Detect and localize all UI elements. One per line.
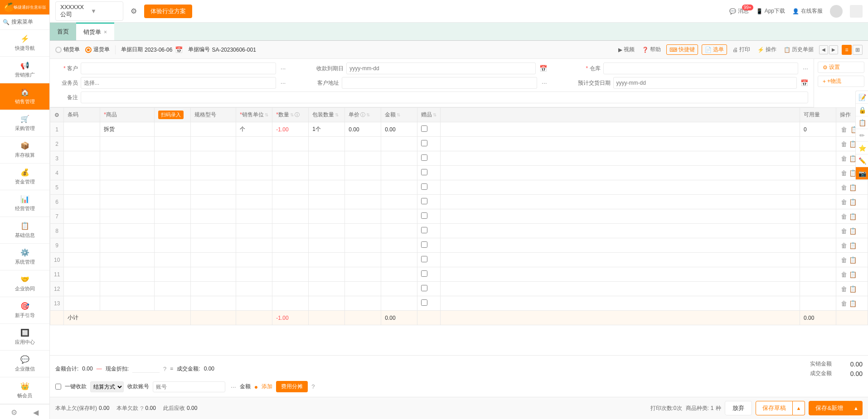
rt-icon-4[interactable]: ✏ [856, 129, 868, 142]
pack-sort-icon[interactable]: ⇅ [335, 112, 339, 117]
expense-split-button[interactable]: 费用分摊 [276, 381, 308, 392]
sidebar-item-enterprise[interactable]: 🤝 企业协同 [0, 270, 49, 297]
add-amount-icon[interactable]: ● [254, 383, 258, 390]
gift-checkbox-10[interactable] [421, 256, 427, 262]
sidebar-item-inventory[interactable]: 📦 库存核算 [0, 137, 49, 164]
settings-button[interactable]: ⚙ 设置 [818, 62, 864, 73]
avatar[interactable] [830, 5, 843, 18]
save-new-arrow-button[interactable]: ▲ [850, 401, 863, 415]
shortcut-btn[interactable]: ⌨ 快捷键 [666, 44, 698, 55]
message-button[interactable]: 💬 消息 99+ [729, 7, 749, 15]
remarks-input[interactable] [81, 92, 808, 103]
tab-home[interactable]: 首页 [50, 23, 76, 40]
video-btn[interactable]: ▶ 视频 [616, 45, 636, 54]
sidebar-item-purchase[interactable]: 🛒 采购管理 [0, 110, 49, 137]
rt-icon-7[interactable]: 📷 [856, 167, 868, 180]
print-btn[interactable]: 🖨 打印 [731, 45, 752, 54]
gift-checkbox-7[interactable] [421, 212, 427, 219]
discount-input[interactable] [132, 365, 160, 373]
customer-addr-dots[interactable]: ··· [542, 79, 547, 87]
delete-icon-8[interactable]: 🗑 [841, 227, 847, 235]
gift-checkbox-6[interactable] [421, 198, 427, 204]
cell-spec-1[interactable] [191, 122, 236, 137]
delete-icon-5[interactable]: 🗑 [841, 184, 847, 191]
copy-icon-12[interactable]: 📋 [849, 285, 857, 293]
price-sort-icon[interactable]: ⇅ [366, 112, 370, 117]
warehouse-input[interactable]: 建材仓 [603, 63, 799, 74]
copy-icon-10[interactable]: 📋 [849, 256, 857, 264]
gift-checkbox-4[interactable] [421, 169, 427, 175]
gift-checkbox-8[interactable] [421, 227, 427, 233]
cell-qty-1[interactable]: -1.00 [272, 122, 309, 137]
table-settings-icon[interactable]: ⚙ [54, 112, 59, 118]
user-menu-icon[interactable] [850, 5, 863, 18]
select-btn[interactable]: 📄 选单 [702, 44, 727, 55]
delete-icon-4[interactable]: 🗑 [841, 169, 847, 177]
save-draft-arrow-button[interactable]: ▲ [793, 401, 805, 415]
gift-checkbox-9[interactable] [421, 241, 427, 248]
rt-icon-3[interactable]: 📋 [856, 116, 868, 129]
customer-addr-input[interactable] [342, 77, 537, 89]
delete-icon-3[interactable]: 🗑 [841, 155, 847, 162]
sidebar-item-system[interactable]: ⚙️ 系统管理 [0, 244, 49, 270]
gift-checkbox-2[interactable] [421, 140, 427, 146]
sidebar-logo[interactable]: 🍊 畅捷通好生意 标版 [0, 0, 49, 14]
company-settings-button[interactable]: ⚙ [127, 5, 141, 18]
delete-icon-9[interactable]: 🗑 [841, 242, 847, 249]
copy-icon-13[interactable]: 📋 [849, 300, 857, 307]
online-service-button[interactable]: 👤 在线客服 [792, 7, 823, 15]
tab-close-icon[interactable]: × [104, 29, 107, 35]
due-date-input[interactable] [346, 63, 535, 74]
logistics-button[interactable]: + +物流 [818, 76, 864, 87]
cell-gift-1[interactable] [417, 122, 441, 137]
gift-sort-icon[interactable]: ⇅ [433, 112, 436, 117]
cell-product-1[interactable]: 拆货 [100, 122, 155, 137]
salesperson-input[interactable] [81, 77, 276, 89]
delete-icon-7[interactable]: 🗑 [841, 213, 847, 220]
gift-checkbox-5[interactable] [421, 183, 427, 190]
cell-pack-qty-1[interactable]: 1个 [309, 122, 345, 137]
copy-icon-9[interactable]: 📋 [849, 242, 857, 249]
expected-date-calendar-icon[interactable]: 📅 [800, 79, 808, 87]
warehouse-dots[interactable]: ··· [803, 65, 808, 72]
sidebar-item-sales[interactable]: 🏠 销售管理 [0, 83, 49, 110]
collapse-icon[interactable]: ◀ [33, 408, 39, 417]
sidebar-item-marketing[interactable]: 📢 营销推广 [0, 57, 49, 83]
expected-date-input[interactable] [613, 77, 797, 89]
sidebar-item-apps[interactable]: 🔲 应用中心 [0, 324, 49, 351]
radio-sales[interactable]: 销货单 [55, 46, 80, 53]
save-new-button[interactable]: 保存&新增 [809, 401, 850, 415]
calendar-icon[interactable]: 📅 [175, 46, 183, 53]
account-input[interactable] [153, 381, 225, 392]
gift-checkbox-13[interactable] [421, 299, 427, 306]
cell-amount-1[interactable]: 0.00 [381, 122, 417, 137]
help-btn[interactable]: ❓ 帮助 [640, 45, 663, 54]
delete-icon-11[interactable]: 🗑 [841, 271, 847, 278]
amount-sort-icon[interactable]: ⇅ [397, 112, 400, 117]
sidebar-item-search[interactable]: 🔍 搜索菜单 [0, 14, 49, 30]
prev-arrow[interactable]: ◀ [819, 45, 828, 54]
save-draft-button[interactable]: 保存草稿 [756, 401, 793, 415]
delete-icon-10[interactable]: 🗑 [841, 256, 847, 264]
salesperson-dots[interactable]: ··· [281, 79, 286, 87]
due-date-calendar-icon[interactable]: 📅 [539, 65, 547, 72]
sidebar-item-member[interactable]: 👑 畅会员 [0, 377, 49, 404]
one-click-payment-checkbox[interactable] [55, 384, 61, 390]
settlement-method-select[interactable]: 结算方式 [90, 381, 124, 392]
gift-checkbox-11[interactable] [421, 270, 427, 277]
cell-unit-1[interactable]: 个 [236, 122, 272, 137]
sidebar-item-quick-nav[interactable]: ⚡ 快捷导航 [0, 30, 49, 57]
account-dots[interactable]: ··· [231, 383, 236, 390]
price-info-icon[interactable]: ⓘ [360, 112, 365, 117]
sidebar-item-guide[interactable]: 🎯 新手引导 [0, 297, 49, 324]
qty-info-icon[interactable]: ⓘ [295, 112, 300, 117]
rt-icon-5[interactable]: ⭐ [856, 142, 868, 154]
gift-checkbox-12[interactable] [421, 285, 427, 291]
next-arrow[interactable]: ▶ [829, 45, 838, 54]
delete-icon-2[interactable]: 🗑 [841, 140, 847, 148]
delete-icon-1[interactable]: 🗑 [841, 126, 847, 133]
copy-icon-6[interactable]: 📋 [849, 198, 857, 206]
discount-question-icon[interactable]: ? [163, 366, 166, 372]
sidebar-item-finance[interactable]: 💰 资金管理 [0, 164, 49, 190]
copy-icon-11[interactable]: 📋 [849, 271, 857, 278]
